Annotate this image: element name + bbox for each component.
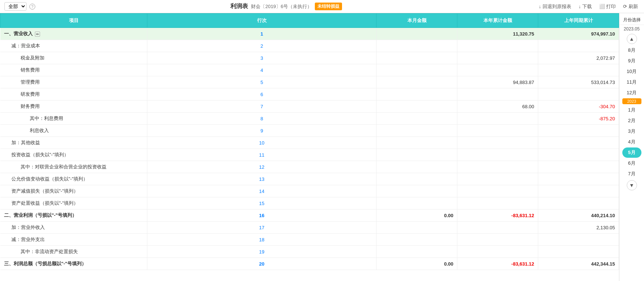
table-row-num: 20 [147,258,377,270]
table-row-year [457,185,538,197]
side-panel: 月份选择 2023.05 ▲ 8月9月10月11月12月20231月2月3月4月… [619,13,644,281]
table-row-year [457,88,538,101]
month-item[interactable]: 8月 [622,45,641,55]
month-item[interactable]: 2月 [622,116,641,126]
month-nav-up[interactable]: ▲ [627,34,637,44]
table-row-month [377,64,457,76]
table-row-num: 16 [147,209,377,222]
table-row-num: 12 [147,161,377,173]
table-row-item: 研发费用 [0,88,147,101]
table-row-year: 11,320.75 [457,28,538,40]
month-item[interactable]: 9月 [622,56,641,66]
table-row-prev: 2,130.05 [538,222,619,234]
month-item[interactable]: 2023 [622,98,641,104]
table-row-item: 一、营业收入✏ [0,28,147,40]
table-row-prev: 2,072.97 [538,52,619,64]
table-row-num: 4 [147,64,377,76]
table-row-item: 三、利润总额（亏损总额以"-"号填列） [0,258,147,270]
table-row-month [377,149,457,161]
table-row-num: 6 [147,88,377,101]
table-row-prev: -304.70 [538,101,619,113]
table-row-year [457,137,538,149]
download-btn[interactable]: ↓ 下载 [577,3,593,11]
table-row-num: 7 [147,101,377,113]
table-row-month [377,52,457,64]
return-btn[interactable]: ↓ 回退到原报表 [537,3,573,11]
table-row-item: 其中：对联营企业和合营企业的投资收益 [0,161,147,173]
table-row-num: 8 [147,113,377,125]
month-nav-down[interactable]: ▼ [627,180,637,190]
month-item[interactable]: 6月 [622,158,641,168]
table-row-prev [538,88,619,101]
top-bar-left: 全部 ? [4,2,35,11]
edit-icon[interactable]: ✏ [35,32,40,37]
table-row-item: 加：营业外收入 [0,222,147,234]
month-item[interactable]: 12月 [622,88,641,98]
table-row-item: 资产处置收益（损失以"-"填列） [0,197,147,209]
col-header-prev: 上年同期累计 [538,14,619,28]
table-row-month [377,76,457,88]
print-btn[interactable]: ⬜ 打印 [598,3,618,11]
scope-select[interactable]: 全部 [4,2,26,11]
table-row-month [377,101,457,113]
col-header-item: 项目 [0,14,147,28]
table-row-month [377,88,457,101]
table-row-year [457,222,538,234]
table-row-prev [538,173,619,185]
table-row-prev [538,234,619,246]
table-row-item: 二、营业利润（亏损以"-"号填列） [0,209,147,222]
table-row-num: 2 [147,40,377,52]
table-row-item: 财务费用 [0,101,147,113]
table-row-item: 管理费用 [0,76,147,88]
table-row-item: 其中：利息费用 [0,113,147,125]
table-row-item: 资产减值损失（损失以"-"填列） [0,185,147,197]
table-row-prev [538,40,619,52]
table-row-item: 减：营业外支出 [0,234,147,246]
table-row-num: 5 [147,76,377,88]
table-row-prev: 974,997.10 [538,28,619,40]
table-row-year [457,125,538,137]
month-item[interactable]: 3月 [622,126,641,136]
table-row-prev [538,149,619,161]
table-row-year [457,149,538,161]
table-row-month [377,40,457,52]
month-item[interactable]: 4月 [622,137,641,147]
table-row-year [457,161,538,173]
table-row-num: 17 [147,222,377,234]
month-item[interactable]: 10月 [622,66,641,77]
table-row-year: 68.00 [457,101,538,113]
refresh-btn[interactable]: ⟳ 刷新 [622,3,640,11]
table-row-item: 加：其他收益 [0,137,147,149]
help-icon[interactable]: ? [29,4,35,10]
status-badge[interactable]: 未结转损益 [315,3,342,10]
table-row-prev [538,125,619,137]
table-row-item: 投资收益（损失以"-"填列） [0,149,147,161]
table-row-prev [538,185,619,197]
table-row-prev [538,161,619,173]
month-item[interactable]: 5月 [622,147,641,158]
table-row-month [377,234,457,246]
table-row-year [457,234,538,246]
month-item[interactable]: 11月 [622,77,641,87]
table-row-year [457,197,538,209]
table-row-year [457,64,538,76]
top-bar: 全部 ? 利润表 财会〔2019〕6号（未执行） 未结转损益 ↓ 回退到原报表 … [0,0,644,13]
table-area: 项目 行次 本月金额 本年累计金额 上年同期累计 一、营业收入✏111,320.… [0,13,619,281]
month-item[interactable]: 7月 [622,169,641,179]
table-row-num: 9 [147,125,377,137]
top-bar-right: ↓ 回退到原报表 ↓ 下载 ⬜ 打印 ⟳ 刷新 [537,3,640,11]
table-row-prev [538,64,619,76]
table-row-year [457,52,538,64]
table-row-num: 10 [147,137,377,149]
col-header-month: 本月金额 [377,14,457,28]
table-row-item: 利息收入 [0,125,147,137]
table-row-prev: 533,014.73 [538,76,619,88]
table-row-num: 3 [147,52,377,64]
table-row-num: 15 [147,197,377,209]
table-row-month [377,246,457,258]
table-row-month [377,28,457,40]
month-item[interactable]: 1月 [622,105,641,115]
table-row-num: 18 [147,234,377,246]
table-row-item: 其中：非流动资产处置损失 [0,246,147,258]
table-row-month [377,173,457,185]
